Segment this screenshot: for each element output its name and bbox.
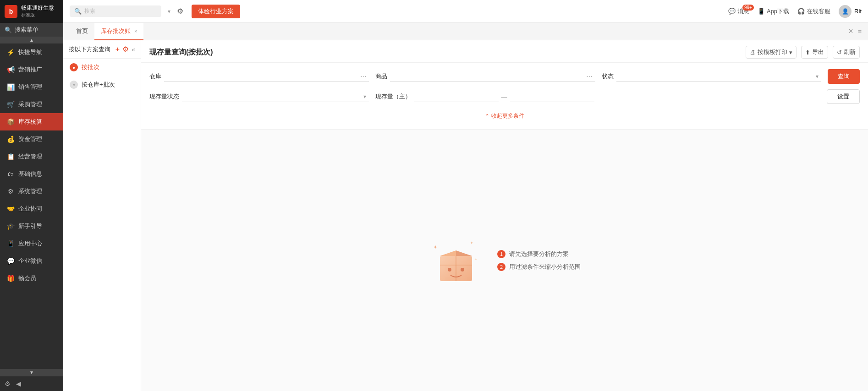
page-title: 现存量查询(按批次) xyxy=(149,48,213,57)
operation-icon: 📋 xyxy=(6,152,15,161)
company-name: 畅康通好生意 xyxy=(21,5,54,12)
top-search-bar[interactable]: 🔍 搜索 xyxy=(70,5,161,17)
query-button[interactable]: 查询 xyxy=(828,69,860,84)
tab-inventory-batch[interactable]: 库存批次账 × xyxy=(94,23,143,40)
tab-close-all-icon[interactable]: × xyxy=(848,27,853,36)
status-dropdown-icon[interactable]: ▾ xyxy=(816,73,819,80)
sidebar-item-label: 基础信息 xyxy=(18,170,42,178)
scheme-by-warehouse-batch[interactable]: ○ 按仓库+批次 xyxy=(63,76,141,93)
print-dropdown-icon[interactable]: ▾ xyxy=(789,49,792,56)
message-button[interactable]: 💬 消息 99+ xyxy=(728,7,749,16)
add-scheme-icon[interactable]: + xyxy=(115,45,120,54)
tip2-num: 2 xyxy=(497,263,505,271)
svg-marker-1 xyxy=(440,250,456,256)
top-settings-icon[interactable]: ⚙ xyxy=(177,7,183,16)
search-dropdown-arrow[interactable]: ▾ xyxy=(168,8,170,15)
tab-home[interactable]: 首页 xyxy=(70,23,94,40)
sidebar-item-purchase[interactable]: 🛒 采购管理 xyxy=(0,96,63,113)
left-panel-collapse-icon[interactable]: « xyxy=(132,46,135,53)
filter-dash: — xyxy=(499,93,510,100)
refresh-button[interactable]: ↺ 刷新 xyxy=(833,46,860,59)
enterprise-icon: 🤝 xyxy=(6,205,15,213)
sidebar-item-wechat[interactable]: 💬 企业微信 xyxy=(0,252,63,270)
customer-service-icon: 🎧 xyxy=(797,8,805,15)
inventory-status-dropdown-icon[interactable]: ▾ xyxy=(363,93,366,100)
svg-point-5 xyxy=(448,268,451,272)
inventory-qty-min[interactable] xyxy=(414,91,499,102)
empty-tip-2: 2 用过滤条件来缩小分析范围 xyxy=(497,263,581,271)
left-panel: 按以下方案查询 + ⚙ « ● 按批次 ○ 按仓库+批次 xyxy=(63,40,141,391)
export-icon: ⬆ xyxy=(805,49,810,56)
inventory-status-select[interactable]: ▾ xyxy=(182,92,369,102)
apps-icon: 📱 xyxy=(6,239,15,248)
tip1-num: 1 xyxy=(497,250,505,258)
inventory-qty-max[interactable] xyxy=(510,91,595,102)
product-input[interactable] xyxy=(393,73,584,80)
sidebar-item-newbie[interactable]: 🎓 新手引导 xyxy=(0,217,63,235)
sidebar-item-inventory[interactable]: 📦 库存核算 xyxy=(0,113,63,130)
status-select[interactable]: ▾ xyxy=(616,71,821,82)
search-label: 搜索菜单 xyxy=(15,26,38,34)
newbie-icon: 🎓 xyxy=(6,222,15,230)
marketing-icon: 📢 xyxy=(6,65,15,74)
sidebar-item-operation[interactable]: 📋 经营管理 xyxy=(0,148,63,165)
scroll-up-button[interactable]: ▲ xyxy=(0,37,63,43)
sidebar-search[interactable]: 🔍 搜索菜单 xyxy=(0,23,63,37)
app-download-icon: 📱 xyxy=(758,8,765,15)
app-logo: b xyxy=(5,5,17,18)
warehouse-dots[interactable]: ··· xyxy=(360,72,366,81)
export-button[interactable]: ⬆ 导出 xyxy=(801,46,828,59)
product-dots[interactable]: ··· xyxy=(586,72,592,81)
top-search-icon: 🔍 xyxy=(74,8,82,15)
scheme-settings-icon[interactable]: ⚙ xyxy=(122,45,129,54)
collapse-more-btn[interactable]: ⌃ 收起更多条件 xyxy=(149,109,860,123)
settings-button[interactable]: 设置 xyxy=(827,89,860,104)
filter-area: 仓库 ··· 商品 ··· 状态 xyxy=(141,63,868,130)
sidebar-item-label: 营销推广 xyxy=(18,65,42,74)
experience-button[interactable]: 体验行业方案 xyxy=(192,5,240,18)
sidebar-item-label: 销售管理 xyxy=(18,83,42,91)
scheme-icon-active: ● xyxy=(70,63,78,71)
refresh-icon: ↺ xyxy=(837,49,842,56)
customer-service-label: 在线客服 xyxy=(807,7,830,16)
sidebar-item-quick-nav[interactable]: ⚡ 快捷导航 xyxy=(0,43,63,61)
footer-settings-icon[interactable]: ⚙ xyxy=(5,380,11,387)
tab-more-icon[interactable]: ≡ xyxy=(858,28,862,35)
sidebar-item-basic[interactable]: 🗂 基础信息 xyxy=(0,165,63,183)
print-button[interactable]: 🖨 按模板打印 ▾ xyxy=(746,46,797,59)
refresh-label: 刷新 xyxy=(844,48,856,56)
scroll-down-button[interactable]: ▼ xyxy=(0,369,63,376)
sidebar-item-enterprise[interactable]: 🤝 企业协同 xyxy=(0,200,63,217)
scheme-by-batch[interactable]: ● 按批次 xyxy=(63,59,141,76)
filter-inventory-status: 现存量状态 ▾ xyxy=(149,92,369,102)
edition-label: 标准版 xyxy=(21,12,54,18)
inventory-icon: 📦 xyxy=(6,118,15,126)
product-input-box[interactable]: ··· xyxy=(390,71,595,82)
collapse-icon: ⌃ xyxy=(485,113,489,119)
warehouse-input-box[interactable]: ··· xyxy=(164,71,369,82)
empty-tip-1: 1 请先选择要分析的方案 xyxy=(497,250,581,258)
filter-row-2: 现存量状态 ▾ 现存量（主） — 设置 xyxy=(149,89,860,104)
sidebar-item-apps[interactable]: 📱 应用中心 xyxy=(0,235,63,252)
filter-status: 状态 ▾ xyxy=(602,71,821,82)
customer-service-button[interactable]: 🎧 在线客服 xyxy=(797,7,830,16)
app-download-button[interactable]: 📱 App下载 xyxy=(758,7,789,16)
filter-inventory-qty: 现存量（主） — xyxy=(375,91,595,102)
user-info[interactable]: 👤 Rit xyxy=(839,5,862,18)
footer-collapse-icon[interactable]: ◀ xyxy=(16,380,21,387)
sidebar-header: b 畅康通好生意 标准版 xyxy=(0,0,63,23)
filter-product: 商品 ··· xyxy=(375,71,595,82)
sidebar-footer: ⚙ ◀ xyxy=(0,376,63,391)
sidebar-item-finance[interactable]: 💰 资金管理 xyxy=(0,130,63,148)
sidebar-item-system[interactable]: ⚙ 系统管理 xyxy=(0,183,63,200)
tab-close-icon[interactable]: × xyxy=(134,28,137,34)
sidebar-item-marketing[interactable]: 📢 营销推广 xyxy=(0,61,63,78)
sidebar-item-sales[interactable]: 📊 销售管理 xyxy=(0,78,63,96)
sidebar-item-label: 应用中心 xyxy=(18,239,42,248)
warehouse-input[interactable] xyxy=(167,73,358,80)
left-panel-header: 按以下方案查询 + ⚙ « xyxy=(63,40,141,59)
sidebar-item-member[interactable]: 🎁 畅会员 xyxy=(0,270,63,287)
empty-icon: ✦ ✦ ✦ xyxy=(429,233,483,288)
empty-state: ✦ ✦ ✦ 1 请先选择要分析的方案 2 用过滤条件来缩小分析范围 xyxy=(141,130,868,391)
svg-text:✦: ✦ xyxy=(474,257,478,261)
